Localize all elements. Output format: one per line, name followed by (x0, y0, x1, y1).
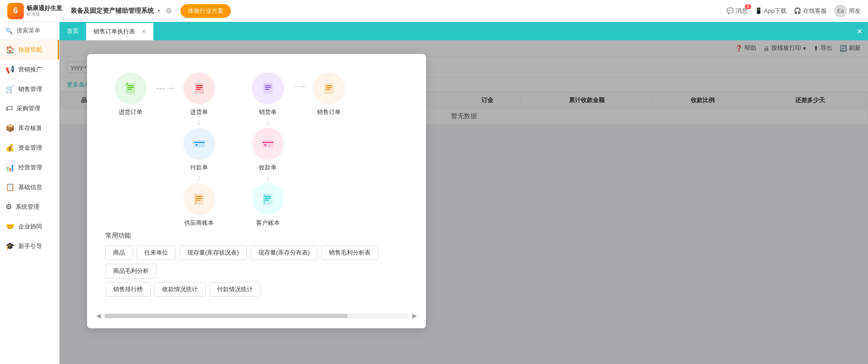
sales-order-icon (313, 72, 345, 104)
sales-icon: 🛒 (5, 85, 15, 93)
settings-gear-button[interactable]: ⚙ (162, 5, 175, 17)
svg-rect-2 (194, 140, 205, 147)
payment-bill-icon (183, 128, 215, 160)
message-badge: 6 (745, 4, 751, 9)
supplier-ledger-icon (183, 183, 215, 215)
service-icon: 🎧 (794, 7, 801, 14)
sidebar-item-system[interactable]: ⚙ 系统管理 (0, 197, 59, 217)
down-arrow-3: ↓ (266, 117, 270, 127)
sales-bill-label: 销货单 (259, 108, 277, 116)
guide-icon: 🎓 (5, 242, 15, 250)
sidebar-item-quick-nav[interactable]: 🏠 快捷导航 (0, 40, 59, 60)
common-btn-row2-2[interactable]: 付款情况统计 (209, 282, 261, 297)
marketing-icon: 📢 (5, 65, 15, 74)
purchase-bill-icon (183, 72, 215, 104)
receipt-bill-label: 收款单 (259, 163, 277, 172)
home-icon: 🏠 (5, 45, 15, 54)
down-arrow-1: ↓ (197, 117, 201, 127)
search-icon: 🔍 (5, 27, 13, 34)
purchase-order-icon (115, 72, 147, 104)
flow-node-purchase-order[interactable]: 进货订单 (108, 72, 153, 116)
modal-overlay[interactable]: 进货订单 - - - → (60, 40, 868, 364)
scroll-bar-area[interactable] (104, 314, 409, 318)
inventory-icon: 📦 (5, 124, 15, 132)
svg-rect-6 (262, 140, 273, 147)
quick-nav-modal: 进货订单 - - - → (87, 54, 426, 328)
sidebar-item-enterprise[interactable]: 🤝 企业协同 (0, 217, 59, 236)
supplier-ledger-label: 供应商账本 (184, 219, 214, 227)
avatar: Ea (834, 5, 847, 17)
system-name: 装备及固定资产辅助管理系统 (71, 7, 154, 15)
common-btns-container: 商品往来单位现存量(库存状况表)现存量(库存分布表)销售毛利分析表商品毛利分析 (105, 245, 408, 278)
close-content-button[interactable]: ✕ (851, 27, 868, 36)
sales-bill-icon (252, 72, 284, 104)
sidebar-item-basics[interactable]: 📋 基础信息 (0, 177, 59, 197)
sidebar-item-inventory[interactable]: 📦 库存核算 (0, 118, 59, 138)
flow-node-receipt-bill[interactable]: 收款单 (245, 128, 291, 172)
basics-icon: 📋 (5, 183, 15, 191)
sidebar-item-sales[interactable]: 🛒 销售管理 (0, 79, 59, 99)
logo-icon: 6 (7, 3, 24, 19)
finance-icon: 💰 (5, 143, 15, 152)
user-profile-button[interactable]: Ea 用友 (834, 5, 861, 17)
enterprise-icon: 🤝 (5, 222, 15, 231)
purchase-order-label: 进货订单 (119, 108, 142, 116)
purchase-icon: 🏷 (5, 104, 13, 113)
system-dropdown-arrow[interactable]: ▾ (158, 8, 160, 14)
app-download-button[interactable]: 📱 App下载 (755, 7, 786, 15)
scroll-left-arrow[interactable]: ◀ (96, 312, 101, 319)
receipt-bill-icon (252, 128, 284, 160)
sidebar-item-operations[interactable]: 📊 经营管理 (0, 158, 59, 177)
message-button[interactable]: 💬 消息 6 (726, 7, 748, 15)
logo-area: 6 畅康通好生意 标准版 (7, 3, 67, 19)
tab-close-icon[interactable]: ✕ (142, 28, 146, 35)
common-btn-row2-1[interactable]: 收款情况统计 (154, 282, 206, 297)
svg-rect-1 (195, 83, 204, 94)
svg-rect-0 (126, 83, 135, 94)
down-arrow-2: ↓ (197, 173, 201, 182)
logo-sub: 标准版 (27, 11, 62, 17)
download-icon: 📱 (755, 7, 762, 14)
flow-node-sales-bill[interactable]: 销货单 (245, 72, 291, 116)
svg-rect-5 (263, 83, 273, 94)
purchase-bill-label: 进货单 (190, 108, 208, 116)
flow-node-purchase-bill[interactable]: 进货单 (176, 72, 222, 116)
sidebar-item-guide[interactable]: 🎓 新手引导 (0, 236, 59, 256)
common-btns-row2: 销售排行榜收款情况统计付款情况统计 (105, 282, 408, 297)
flow-node-sales-order[interactable]: 销售订单 (306, 72, 352, 116)
common-functions-title: 常用功能 (105, 232, 408, 240)
scroll-right-arrow[interactable]: ▶ (412, 312, 417, 319)
flow-node-customer-ledger[interactable]: 客户账本 (245, 183, 291, 227)
sidebar-item-finance[interactable]: 💰 资金管理 (0, 138, 59, 158)
message-icon: 💬 (726, 7, 734, 14)
sidebar-item-purchase[interactable]: 🏷 采购管理 (0, 99, 59, 118)
trial-button[interactable]: 体验行业方案 (180, 4, 231, 18)
flow-node-supplier-ledger[interactable]: 供应商账本 (176, 183, 222, 227)
customer-ledger-icon (252, 183, 284, 215)
sales-order-label: 销售订单 (317, 108, 341, 116)
common-btn-1[interactable]: 往来单位 (136, 245, 176, 260)
logo-title: 畅康通好生意 (27, 5, 62, 12)
common-btn-0[interactable]: 商品 (105, 245, 133, 260)
svg-rect-9 (324, 83, 333, 94)
tab-home[interactable]: 首页 (60, 22, 86, 40)
search-menu-button[interactable]: 🔍 搜索菜单 (0, 22, 59, 40)
scroll-bar-thumb (104, 314, 348, 318)
payment-bill-label: 付款单 (190, 163, 208, 172)
common-btn-4[interactable]: 销售毛利分析表 (321, 245, 378, 260)
operations-icon: 📊 (5, 163, 15, 172)
online-service-button[interactable]: 🎧 在线客服 (794, 7, 827, 15)
system-icon: ⚙ (5, 202, 12, 211)
flow-node-payment-bill[interactable]: 付款单 (176, 128, 222, 172)
common-btn-row2-0[interactable]: 销售排行榜 (105, 282, 151, 297)
svg-rect-3 (196, 144, 197, 146)
common-btn-3[interactable]: 现存量(库存分布表) (251, 245, 318, 260)
customer-ledger-label: 客户账本 (256, 219, 280, 227)
modal-scrollbar[interactable]: ◀ ▶ (96, 312, 417, 319)
common-btn-2[interactable]: 现存量(库存状况表) (180, 245, 247, 260)
svg-rect-7 (264, 144, 266, 146)
down-arrow-4: ↓ (266, 173, 270, 182)
sidebar-item-marketing[interactable]: 📢 营销推广 (0, 60, 59, 79)
tab-sales-order[interactable]: 销售订单执行表 ✕ (86, 22, 153, 40)
common-btn-5[interactable]: 商品毛利分析 (105, 264, 157, 278)
